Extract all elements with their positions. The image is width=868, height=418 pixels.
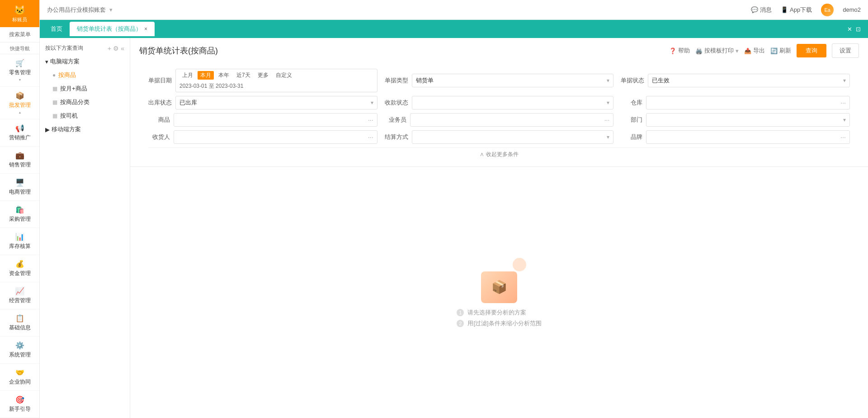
- empty-state: 📦 1 请先选择要分析的方案 2 用[过滤]条件来缩小分析范围: [130, 167, 868, 418]
- receipt-status-control[interactable]: ▾: [412, 96, 614, 109]
- tree-child-by-goods[interactable]: ● 按商品: [40, 68, 130, 82]
- logo-label: 标账员: [12, 16, 27, 23]
- user-avatar[interactable]: Ea: [821, 4, 834, 16]
- topbar-left: 办公用品行业模拟账套 ▾: [47, 6, 113, 14]
- brand-dots-icon: ···: [840, 133, 846, 141]
- sidebar-item-operation[interactable]: 📈 经营管理: [0, 282, 39, 309]
- sidebar-item-ecom[interactable]: 🖥️ 电商管理: [0, 174, 39, 201]
- inventory-icon: 📊: [15, 233, 24, 241]
- sidebar-item-inventory[interactable]: 📊 库存核算: [0, 228, 39, 255]
- filter-receiver-item: 收货人 ···: [148, 130, 377, 144]
- wholesale-arrow-icon: ▴: [19, 110, 21, 114]
- tree-group-desktop-header[interactable]: ▾ 电脑端方案: [40, 55, 130, 68]
- empty-text: 1 请先选择要分析的方案 2 用[过滤]条件来缩小分析范围: [457, 309, 541, 328]
- sidebar-item-newbie[interactable]: 🎯 新手引导: [0, 391, 39, 418]
- sidebar-logo: 🐱 标账员: [0, 0, 40, 27]
- empty-hint-2: 2 用[过滤]条件来缩小分析范围: [457, 319, 541, 328]
- date-tab-current-year[interactable]: 本年: [216, 71, 232, 80]
- sidebar-item-purchase[interactable]: 🛍️ 采购管理: [0, 201, 39, 228]
- refresh-label: 刷新: [779, 47, 791, 55]
- hint1-number: 1: [457, 309, 464, 316]
- print-arrow-icon: ▾: [736, 48, 739, 54]
- message-button[interactable]: 💬 消息: [751, 6, 772, 14]
- hint2-number: 2: [457, 320, 464, 327]
- tree-child-by-cashier[interactable]: ▦ 按司机: [40, 109, 130, 123]
- tab-home[interactable]: 首页: [43, 22, 70, 36]
- tree-child-by-goods-cat[interactable]: ▦ 按商品分类: [40, 95, 130, 109]
- collapse-bar[interactable]: ∧ 收起更多条件: [148, 147, 850, 161]
- add-scheme-icon[interactable]: +: [108, 45, 111, 52]
- sidebar-item-sales[interactable]: 💼 销售管理: [0, 147, 39, 174]
- tree-child-by-goods-label: 按商品: [58, 71, 76, 79]
- sidebar-search-link[interactable]: 搜索菜单: [0, 27, 39, 43]
- out-status-control[interactable]: 已出库 ▾: [175, 96, 377, 109]
- sidebar-item-basic-label: 基础信息: [9, 324, 31, 332]
- window-close-icon[interactable]: ✕: [847, 26, 852, 33]
- date-tab-more[interactable]: 更多: [255, 71, 271, 80]
- filter-row-3: 商品 ··· 业务员 ···: [148, 113, 850, 127]
- sidebar-item-finance[interactable]: 💰 资金管理: [0, 255, 39, 282]
- tab-active[interactable]: 销货单统计表（按商品） ×: [70, 22, 155, 36]
- retail-arrow-icon: ▾: [19, 78, 21, 82]
- print-label: 按模板打印: [704, 47, 734, 55]
- page-header: 销货单统计表(按商品) ❓ 帮助 🖨️ 按模板打印 ▾ 📤: [130, 38, 868, 167]
- tab-close-icon[interactable]: ×: [144, 26, 147, 32]
- settlement-control[interactable]: ▾: [412, 130, 614, 144]
- brand-control[interactable]: ···: [646, 130, 850, 144]
- left-panel-icons: + ⚙ «: [108, 45, 124, 52]
- refresh-button[interactable]: 🔄 刷新: [770, 47, 791, 55]
- filter-row-2: 出库状态 已出库 ▾ 收款状态 ▾: [148, 96, 850, 109]
- hint1-text: 请先选择要分析的方案: [467, 309, 526, 317]
- tree-mobile-expand-icon: ▶: [45, 126, 50, 133]
- sidebar-item-wholesale[interactable]: 📦 批发管理 ▴: [0, 87, 39, 119]
- left-panel: 按以下方案查询 + ⚙ « ▾ 电脑端方案 ● 按商品 ▦ 按月+: [40, 38, 130, 418]
- filter-row-4: 收货人 ··· 结算方式 ▾: [148, 130, 850, 144]
- export-icon: 📤: [744, 48, 751, 54]
- refresh-icon: 🔄: [770, 48, 778, 54]
- sidebar-item-retail[interactable]: 🛒 零售管理 ▾: [0, 54, 39, 87]
- goods-control[interactable]: ···: [174, 113, 377, 127]
- date-tab-prev-month[interactable]: 上月: [179, 71, 196, 80]
- help-button[interactable]: ❓ 帮助: [669, 47, 690, 55]
- tree-child-by-month-goods[interactable]: ▦ 按月+商品: [40, 82, 130, 95]
- doc-status-control[interactable]: 已生效 ▾: [648, 74, 850, 87]
- sidebar-item-enterprise[interactable]: 🤝 企业协同: [0, 364, 39, 391]
- sidebar-nav-label: 快捷导航: [0, 43, 39, 54]
- print-icon: 🖨️: [695, 48, 703, 54]
- filter-date-item: 单据日期 上月 本月 本年 近7天 更多 自定义 2023-03-01 至 20…: [148, 69, 377, 92]
- sidebar-item-operation-label: 经营管理: [9, 297, 31, 304]
- dept-control[interactable]: ▾: [646, 113, 850, 127]
- receiver-dots-icon: ···: [368, 133, 373, 141]
- sidebar-item-sales-label: 销售管理: [9, 161, 31, 169]
- tab-expand-buttons: ✕ ⊡: [847, 26, 864, 33]
- warehouse-control[interactable]: ···: [646, 96, 850, 109]
- settings-scheme-icon[interactable]: ⚙: [113, 45, 119, 52]
- date-tab-custom[interactable]: 自定义: [273, 71, 295, 80]
- message-icon: 💬: [751, 6, 758, 13]
- goods-label: 商品: [148, 116, 174, 124]
- sidebar-item-ecom-label: 电商管理: [9, 188, 31, 196]
- filter-goods-item: 商品 ···: [148, 113, 377, 127]
- receiver-control[interactable]: ···: [174, 130, 377, 144]
- export-button[interactable]: 📤 导出: [744, 47, 765, 55]
- doc-type-control[interactable]: 销货单 ▾: [412, 74, 614, 87]
- username-label: demo2: [843, 6, 861, 13]
- collapse-panel-icon[interactable]: «: [121, 45, 124, 52]
- enterprise-icon: 🤝: [15, 368, 24, 377]
- sidebar-item-marketing[interactable]: 📢 营销推广: [0, 119, 39, 147]
- date-control[interactable]: 上月 本月 本年 近7天 更多 自定义 2023-03-01 至 2023-03…: [175, 69, 377, 92]
- sidebar-item-newbie-label: 新手引导: [9, 405, 31, 413]
- date-tab-current-month[interactable]: 本月: [198, 71, 214, 80]
- filter-row-1: 单据日期 上月 本月 本年 近7天 更多 自定义 2023-03-01 至 20…: [148, 69, 850, 92]
- settings-button[interactable]: 设置: [832, 43, 859, 58]
- app-download-button[interactable]: 📱 App下载: [781, 6, 812, 14]
- query-button[interactable]: 查询: [797, 44, 826, 57]
- warehouse-label: 仓库: [621, 99, 646, 107]
- date-tab-7days[interactable]: 近7天: [234, 71, 253, 80]
- tree-group-mobile-header[interactable]: ▶ 移动端方案: [40, 123, 130, 136]
- print-button[interactable]: 🖨️ 按模板打印 ▾: [695, 47, 739, 55]
- sidebar-item-system[interactable]: ⚙️ 系统管理: [0, 337, 39, 364]
- salesman-control[interactable]: ···: [410, 113, 614, 127]
- window-expand-icon[interactable]: ⊡: [856, 26, 861, 33]
- sidebar-item-basic[interactable]: 📋 基础信息: [0, 309, 39, 337]
